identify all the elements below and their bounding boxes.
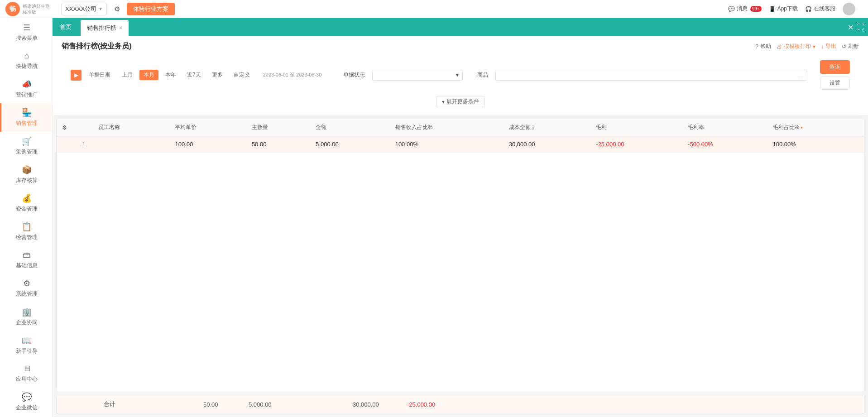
sidebar-item-label: 搜索菜单 xyxy=(16,34,38,42)
th-profit: 毛利 xyxy=(590,119,682,136)
sidebar-item-system[interactable]: ⚙ 系统管理 xyxy=(0,274,52,302)
sidebar-item-inventory[interactable]: 📦 库存核算 xyxy=(0,160,52,189)
date-btn-custom[interactable]: 自定义 xyxy=(230,70,254,80)
sidebar-item-cooperation[interactable]: 🏢 企业协同 xyxy=(0,302,52,331)
sidebar-item-label: 基础信息 xyxy=(16,262,38,269)
purchase-icon: 🛒 xyxy=(22,136,32,146)
sidebar-item-sales[interactable]: 🏪 销售管理 xyxy=(0,103,52,132)
finance-icon: 💰 xyxy=(22,193,32,203)
date-btn-7days[interactable]: 近7天 xyxy=(183,70,205,80)
print-btn[interactable]: 🖨 按模板打印 ▾ xyxy=(777,43,815,50)
home-icon: ⌂ xyxy=(24,51,29,61)
tab-bar: 首页 销售排行榜 × ✕ ⛶ xyxy=(53,18,868,36)
date-btn-more[interactable]: 更多 xyxy=(208,70,227,80)
th-employee: 员工名称 xyxy=(93,119,169,136)
date-btn-last-month[interactable]: 上月 xyxy=(118,70,137,80)
sidebar-item-appcenter[interactable]: 🖥 应用中心 xyxy=(0,359,52,388)
sidebar-item-label: 系统管理 xyxy=(16,290,38,298)
company-selector[interactable]: XXXXX公司 ▼ xyxy=(61,3,107,15)
sidebar-item-quicknav[interactable]: ⌂ 快捷导航 xyxy=(0,47,52,75)
export-btn[interactable]: ↓ 导出 xyxy=(821,43,836,50)
service-btn[interactable]: 🎧 在线客服 xyxy=(805,5,835,13)
settings-icon[interactable]: ⚙ xyxy=(110,3,123,15)
setting-button[interactable]: 设置 xyxy=(820,77,850,90)
sidebar-item-purchase[interactable]: 🛒 采购管理 xyxy=(0,132,52,160)
cell-employee xyxy=(93,136,169,153)
th-amount: 全额 xyxy=(310,119,390,136)
cost-info-icon[interactable]: ℹ xyxy=(532,125,534,131)
th-settings: ⚙ xyxy=(57,119,75,136)
chevron-down-icon: ▾ xyxy=(442,99,445,105)
th-avg-price: 平均单价 xyxy=(169,119,246,136)
cell-profit-ratio: 100.00% xyxy=(767,136,864,153)
cell-amount: 5,000.00 xyxy=(310,136,390,153)
sidebar-item-finance[interactable]: 💰 资金管理 xyxy=(0,189,52,217)
sidebar-item-label: 采购管理 xyxy=(16,148,38,156)
system-icon: ⚙ xyxy=(23,278,30,288)
trial-button[interactable]: 体验行业方案 xyxy=(127,3,175,15)
tab-bar-controls: ✕ ⛶ xyxy=(848,18,868,36)
date-btn-this-year[interactable]: 本年 xyxy=(161,70,180,80)
message-btn[interactable]: 💬 消息 99+ xyxy=(728,5,762,13)
date-range-display: 2023-06-01 至 2023-06-30 xyxy=(263,72,322,78)
sort-icon[interactable]: ▾ xyxy=(801,125,803,130)
content-area: 首页 销售排行榜 × ✕ ⛶ 销售排行榜(按业务员) ? 帮助 xyxy=(53,18,868,417)
tab-home[interactable]: 首页 xyxy=(53,18,79,36)
status-label: 单据状态 xyxy=(343,71,365,79)
th-profit-ratio: 毛利占比% ▾ xyxy=(767,119,864,136)
right-buttons: 查询 设置 xyxy=(820,60,850,90)
status-select-arrow: ▾ xyxy=(456,72,459,78)
page-title: 销售排行榜(按业务员) xyxy=(62,42,132,51)
footer-label: 合计 xyxy=(98,400,153,408)
sidebar-item-label: 资金管理 xyxy=(16,205,38,213)
sidebar-item-label: 应用中心 xyxy=(16,375,38,383)
cell-sales-ratio: 100.00% xyxy=(390,136,504,153)
avatar[interactable] xyxy=(843,3,855,15)
help-icon: ? xyxy=(755,43,758,50)
cell-quantity: 50.00 xyxy=(246,136,310,153)
sidebar-item-label: 企业协同 xyxy=(16,319,38,326)
export-icon: ↓ xyxy=(821,43,824,50)
sidebar: ☰ 搜索菜单 ⌂ 快捷导航 📣 营销推广 🏪 销售管理 🛒 采购管理 📦 库存核… xyxy=(0,18,53,417)
goods-input[interactable]: … xyxy=(495,70,807,81)
app-download-btn[interactable]: 📱 App下载 xyxy=(769,5,798,13)
footer-cost: 30,000.00 xyxy=(347,401,402,408)
footer-profit: -25,000.00 xyxy=(402,401,456,408)
tab-sales-ranking[interactable]: 销售排行榜 × xyxy=(81,20,129,36)
sidebar-item-marketing[interactable]: 📣 营销推广 xyxy=(0,75,52,103)
expand-conditions-btn[interactable]: ▾ 展开更多条件 xyxy=(436,96,485,107)
sidebar-item-search[interactable]: ☰ 搜索菜单 xyxy=(0,18,52,47)
th-sales-ratio: 销售收入占比% xyxy=(390,119,504,136)
sales-icon: 🏪 xyxy=(22,108,32,118)
sidebar-item-label: 销售管理 xyxy=(16,120,38,127)
sidebar-item-baseinfo[interactable]: 🗃 基础信息 xyxy=(0,246,52,274)
goods-label: 商品 xyxy=(477,71,488,79)
search-menu-icon: ☰ xyxy=(23,23,30,33)
expand-icon[interactable]: ⛶ xyxy=(857,23,864,31)
sidebar-item-operations[interactable]: 📋 经营管理 xyxy=(0,217,52,246)
logo-text: 畅康通好生意 标准版 xyxy=(23,3,50,15)
date-group: 上月 本月 本年 近7天 更多 自定义 xyxy=(118,70,254,80)
tab-close-icon[interactable]: × xyxy=(119,25,122,31)
sidebar-item-label: 企业微信 xyxy=(16,404,38,412)
filter-row-date: ▶ 单据日期 上月 本月 本年 近7天 更多 自定义 2023-06-01 至 … xyxy=(71,60,850,90)
sidebar-item-guide[interactable]: 📖 新手引导 xyxy=(0,331,52,359)
operations-icon: 📋 xyxy=(22,222,32,232)
footer-quantity: 50.00 xyxy=(198,401,243,408)
refresh-btn[interactable]: ↺ 刷新 xyxy=(842,43,859,50)
th-quantity: 主数量 xyxy=(246,119,310,136)
help-btn[interactable]: ? 帮助 xyxy=(755,43,771,50)
query-button[interactable]: 查询 xyxy=(820,60,850,74)
column-settings-icon[interactable]: ⚙ xyxy=(62,125,67,131)
filter-expand-arrow[interactable]: ▶ xyxy=(71,70,82,81)
appcenter-icon: 🖥 xyxy=(23,364,31,374)
goods-more-icon: … xyxy=(798,72,803,78)
sidebar-item-label: 库存核算 xyxy=(16,177,38,184)
table-row: 1100.0050.005,000.00100.00%30,000.00-25,… xyxy=(57,136,864,153)
status-select[interactable]: ▾ xyxy=(372,70,463,81)
sidebar-item-wechat[interactable]: 💬 企业微信 xyxy=(0,388,52,416)
logo-area: 畅 畅康通好生意 标准版 xyxy=(5,2,58,16)
date-btn-this-month[interactable]: 本月 xyxy=(139,70,158,80)
close-window-icon[interactable]: ✕ xyxy=(848,23,854,32)
print-dropdown-icon: ▾ xyxy=(813,43,815,50)
